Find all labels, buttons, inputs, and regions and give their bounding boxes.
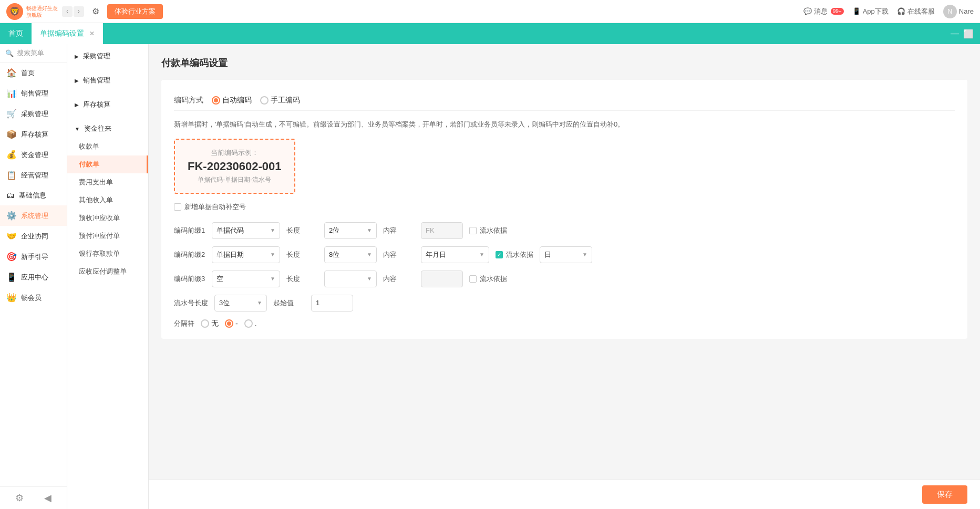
user-menu[interactable]: N Nare xyxy=(943,5,974,18)
prefix2-select[interactable]: 单据日期 ▼ xyxy=(212,246,280,263)
prefix1-label: 编码前缀1 xyxy=(174,226,205,235)
system-icon: ⚙️ xyxy=(6,211,17,221)
sub-menu-sales[interactable]: ▶ 销售管理 xyxy=(67,71,148,89)
sidebar-item-sales[interactable]: 📊 销售管理 xyxy=(0,83,67,103)
prefix2-serial-checkbox[interactable]: ✓ xyxy=(496,251,503,258)
basic-icon: 🗂 xyxy=(6,191,15,200)
app-download-button[interactable]: 📱 App下载 xyxy=(852,7,889,16)
arrow-purchase: ▶ xyxy=(75,54,79,59)
sidebar-item-guide[interactable]: 🎯 新手引导 xyxy=(0,246,67,267)
nav-forward[interactable]: › xyxy=(74,6,84,17)
info-text: 新增单据时，'单据编码'自动生成，不可编辑。前缀设置为部门、业务员等档案类，开单… xyxy=(174,119,955,130)
member-icon: 👑 xyxy=(6,293,17,303)
sub-menu-expense[interactable]: 费用支出单 xyxy=(67,173,148,191)
separator-row: 分隔符 无 - . xyxy=(174,319,955,328)
minimize-icon[interactable]: — xyxy=(951,29,959,38)
main-layout: 🔍 搜索菜单 🏠 首页 📊 销售管理 🛒 采购管理 📦 库存核算 💰 资金管理 … xyxy=(0,44,980,509)
sub-menu-pre-receivable[interactable]: 预收冲应收单 xyxy=(67,209,148,227)
tab-close-icon[interactable]: ✕ xyxy=(89,30,95,37)
prefix3-content-input[interactable] xyxy=(421,271,463,287)
sidebar-item-enterprise[interactable]: 🤝 企业协同 xyxy=(0,226,67,246)
prefix2-content-select[interactable]: 年月日 ▼ xyxy=(421,246,489,263)
settings-bottom-icon[interactable]: ⚙ xyxy=(15,492,24,504)
content-wrapper: 付款单编码设置 编码方式 自动编码 手工编码 xyxy=(149,44,980,509)
prefix1-select[interactable]: 单据代码 ▼ xyxy=(212,222,280,239)
prefix3-length-select[interactable]: ▼ xyxy=(324,271,377,287)
collapse-icon[interactable]: ◀ xyxy=(44,492,51,504)
topbar-left: 🦁 畅捷通好生意 旗舰版 ‹ › ⚙ 体验行业方案 xyxy=(6,3,163,20)
encoding-radio-group: 自动编码 手工编码 xyxy=(212,96,300,105)
maximize-icon[interactable]: ⬜ xyxy=(963,29,974,39)
nav-arrows: ‹ › xyxy=(62,6,84,17)
inventory-icon: 📦 xyxy=(6,129,17,139)
sidebar-item-purchase[interactable]: 🛒 采购管理 xyxy=(0,103,67,124)
save-button[interactable]: 保存 xyxy=(922,485,967,504)
sidebar-item-apps[interactable]: 📱 应用中心 xyxy=(0,267,67,287)
serial-length-select[interactable]: 3位 ▼ xyxy=(214,295,267,311)
sub-menu-group-capital: ▼ 资金往来 收款单 付款单 费用支出单 其他收入单 预收冲应收单 预付冲应付单 xyxy=(67,117,148,284)
sub-menu-bank-deposit[interactable]: 银行存取款单 xyxy=(67,245,148,263)
sub-menu-receipt[interactable]: 收款单 xyxy=(67,138,148,155)
sub-menu-inventory[interactable]: ▶ 库存核算 xyxy=(67,96,148,113)
trial-button[interactable]: 体验行业方案 xyxy=(107,4,163,19)
prefix2-content-arrow: ▼ xyxy=(479,252,484,257)
start-value-input[interactable] xyxy=(311,295,353,311)
tab-encode-setting[interactable]: 单据编码设置 ✕ xyxy=(32,23,103,44)
messages-badge: 99+ xyxy=(831,8,844,15)
sub-menu-pre-payable[interactable]: 预付冲应付单 xyxy=(67,227,148,245)
gear-button[interactable]: ⚙ xyxy=(88,4,103,19)
tab-home[interactable]: 首页 xyxy=(0,23,32,44)
form-rows: 编码前缀1 单据代码 ▼ 长度 2位 ▼ 内容 xyxy=(174,222,955,328)
sidebar-item-member[interactable]: 👑 畅会员 xyxy=(0,287,67,308)
search-menu[interactable]: 🔍 搜索菜单 xyxy=(0,44,67,63)
tabbar: 首页 单据编码设置 ✕ — ⬜ xyxy=(0,23,980,44)
prefix2-length-arrow: ▼ xyxy=(367,252,372,257)
sales-icon: 📊 xyxy=(6,88,17,98)
prefix2-granularity-arrow: ▼ xyxy=(582,252,587,257)
home-icon: 🏠 xyxy=(6,68,17,78)
prefix1-length-select[interactable]: 2位 ▼ xyxy=(324,222,377,239)
service-icon: 🎧 xyxy=(897,7,905,15)
sub-menu-adjust[interactable]: 应收应付调整单 xyxy=(67,263,148,281)
prefix1-serial-item: 流水依据 xyxy=(469,226,507,235)
apps-icon: 📱 xyxy=(6,272,17,282)
messages-button[interactable]: 💬 消息 99+ xyxy=(803,7,844,16)
sep-dot-radio[interactable]: . xyxy=(244,319,257,328)
sidebar-item-home[interactable]: 🏠 首页 xyxy=(0,63,67,83)
serial-row: 流水号长度 3位 ▼ 起始值 xyxy=(174,295,955,311)
prefix1-row: 编码前缀1 单据代码 ▼ 长度 2位 ▼ 内容 xyxy=(174,222,955,239)
download-icon: 📱 xyxy=(852,7,861,15)
sub-menu-capital[interactable]: ▼ 资金往来 xyxy=(67,120,148,138)
sidebar-item-inventory[interactable]: 📦 库存核算 xyxy=(0,124,67,144)
serial-length-arrow: ▼ xyxy=(257,300,262,306)
tab-icons: — ⬜ xyxy=(951,23,980,44)
manual-encoding-radio[interactable]: 手工编码 xyxy=(260,96,300,105)
operations-icon: 📋 xyxy=(6,170,17,180)
nav-back[interactable]: ‹ xyxy=(62,6,73,17)
sidebar-item-operations[interactable]: 📋 经营管理 xyxy=(0,165,67,185)
sidebar-item-basic[interactable]: 🗂 基础信息 xyxy=(0,185,67,205)
sidebar-item-system[interactable]: ⚙️ 系统管理 xyxy=(0,205,67,226)
sep-dash-radio[interactable]: - xyxy=(225,319,238,328)
auto-fill-checkbox[interactable] xyxy=(174,203,181,211)
prefix2-length-label: 长度 xyxy=(286,250,318,259)
sidebar-item-finance[interactable]: 💰 资金管理 xyxy=(0,144,67,165)
topbar-right: 💬 消息 99+ 📱 App下载 🎧 在线客服 N Nare xyxy=(803,5,974,18)
auto-encoding-radio[interactable]: 自动编码 xyxy=(212,96,252,105)
prefix3-select[interactable]: 空 ▼ xyxy=(212,271,280,287)
sub-menu-purchase[interactable]: ▶ 采购管理 xyxy=(67,47,148,65)
prefix1-serial-checkbox[interactable] xyxy=(469,227,477,234)
prefix1-content-input[interactable] xyxy=(421,222,463,239)
sub-menu-other-income[interactable]: 其他收入单 xyxy=(67,191,148,209)
prefix2-content-label: 内容 xyxy=(383,250,415,259)
online-service-button[interactable]: 🎧 在线客服 xyxy=(897,7,935,16)
prefix2-row: 编码前缀2 单据日期 ▼ 长度 8位 ▼ 内容 年月日 xyxy=(174,246,955,263)
prefix3-serial-checkbox[interactable] xyxy=(469,275,477,283)
content: 付款单编码设置 编码方式 自动编码 手工编码 xyxy=(149,44,980,480)
prefix2-granularity-select[interactable]: 日 ▼ xyxy=(540,246,592,263)
sub-menu-payment[interactable]: 付款单 xyxy=(67,155,148,173)
sep-none-radio[interactable]: 无 xyxy=(201,319,219,328)
sep-dash-circle xyxy=(225,319,233,328)
enterprise-icon: 🤝 xyxy=(6,231,17,241)
prefix2-length-select[interactable]: 8位 ▼ xyxy=(324,246,377,263)
